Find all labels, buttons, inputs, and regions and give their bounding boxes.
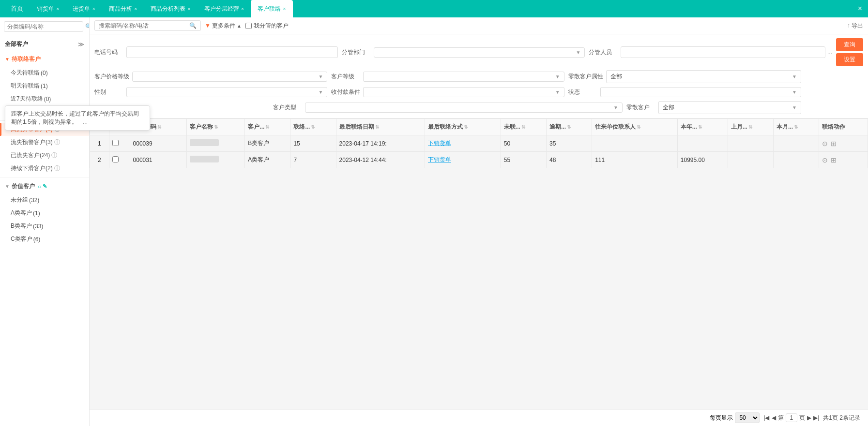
row-2-action-qr-icon[interactable]: ⊞ xyxy=(831,156,837,164)
nav-item-purchase[interactable]: 进货单 × xyxy=(66,0,102,17)
customer-level-label: 客户等级 xyxy=(331,73,360,81)
settings-button[interactable]: 设置 xyxy=(836,53,863,66)
nav-close-analysis[interactable]: × xyxy=(134,6,137,12)
sidebar-item-a-class[interactable]: A类客户 (1) xyxy=(0,206,89,220)
th-overdue[interactable]: 逾期... ⇅ xyxy=(547,119,592,135)
branch-person-input[interactable] xyxy=(621,46,825,58)
search-input[interactable] xyxy=(99,22,189,29)
nav-item-home[interactable]: 首页 xyxy=(4,0,30,17)
row-2-action-link-icon[interactable]: ⊙ xyxy=(822,156,828,164)
next-page-button[interactable]: ▶ xyxy=(807,414,811,421)
customer-level-select[interactable]: ▼ xyxy=(363,72,564,82)
close-all-button[interactable]: × xyxy=(858,4,862,13)
nav-close-customer-tier[interactable]: × xyxy=(241,6,244,12)
sidebar-item-lost-preview[interactable]: 流失预警客户(3) ⓘ xyxy=(0,136,89,149)
value-customer-header[interactable]: ▼ 价值客户 ○ ✎ xyxy=(0,179,89,193)
price-level-select[interactable]: ▼ xyxy=(132,72,327,82)
branch-person-dots[interactable]: ... xyxy=(827,49,832,56)
last-page-button[interactable]: ▶| xyxy=(813,414,819,421)
th-last-month[interactable]: 上月... ⇅ xyxy=(728,119,773,135)
phone-input[interactable] xyxy=(126,46,338,58)
row-2-last-method[interactable]: 下销货单 xyxy=(425,152,501,168)
first-page-button[interactable]: |◀ xyxy=(763,414,769,421)
sidebar-search-input[interactable] xyxy=(4,21,83,32)
lost-label: 已流失客户(24) xyxy=(11,151,50,160)
continuous-down-label: 持续下滑客户(2) xyxy=(11,164,53,173)
sidebar-item-7days[interactable]: 近7天待联络 (0) xyxy=(0,92,89,105)
sidebar-item-lost[interactable]: 已流失客户(24) ⓘ xyxy=(0,149,89,162)
prev-page-button[interactable]: ◀ xyxy=(772,414,776,421)
row-2-name[interactable] xyxy=(186,152,245,168)
th-name[interactable]: 客户名称 ⇅ xyxy=(186,119,245,135)
nav-item-customer-tier[interactable]: 客户分层经营 × xyxy=(198,0,251,17)
value-settings-icon[interactable]: ✎ xyxy=(43,183,47,190)
tomorrow-badge: (1) xyxy=(41,83,48,89)
nav-item-analysis[interactable]: 商品分析 × xyxy=(102,0,144,17)
th-contact-count-label: 联络... xyxy=(293,123,310,131)
nav-item-sales[interactable]: 销货单 × xyxy=(30,0,66,17)
row-2-method-link[interactable]: 下销货单 xyxy=(428,156,451,163)
th-contact-count[interactable]: 联络... ⇅ xyxy=(290,119,336,135)
th-this-year[interactable]: 本年... ⇅ xyxy=(677,119,728,135)
row-1-select[interactable] xyxy=(112,140,119,146)
sidebar-item-unclassified[interactable]: 未分组 (32) xyxy=(0,193,89,206)
th-type[interactable]: 客户... ⇅ xyxy=(245,119,290,135)
nav-item-analysis-list[interactable]: 商品分析列表 × xyxy=(144,0,197,17)
nav-close-customer-contact[interactable]: × xyxy=(283,6,286,12)
payment-select[interactable]: ▼ xyxy=(363,87,564,97)
export-button[interactable]: ↑ 导出 xyxy=(847,22,863,30)
row-1-method-link[interactable]: 下销货单 xyxy=(428,140,451,147)
th-last-date-sort-icon: ⇅ xyxy=(375,124,379,130)
sidebar-item-tomorrow[interactable]: 明天待联络 (1) xyxy=(0,79,89,92)
more-conditions-button[interactable]: ▼ 更多条件 ▲ xyxy=(205,22,242,30)
th-overdue-label: 逾期... xyxy=(549,123,566,131)
filter-row-1: 电话号码 分管部门 ▼ 分管人员 ... xyxy=(94,38,863,66)
filter-row-2: 客户价格等级 ▼ 客户等级 ▼ 零散客户属性 xyxy=(94,70,863,83)
th-last-date[interactable]: 最后联络日期 ⇅ xyxy=(336,119,425,135)
per-page-label: 每页显示 xyxy=(710,414,733,422)
search-icon[interactable]: 🔍 xyxy=(189,22,197,29)
th-uncontacted[interactable]: 未联... ⇅ xyxy=(501,119,546,135)
sidebar-collapse-icon[interactable]: ≫ xyxy=(78,41,84,48)
nav-item-sales-label: 销货单 xyxy=(37,5,54,13)
th-contact-count-sort-icon: ⇅ xyxy=(311,124,315,130)
status-select[interactable]: ▼ xyxy=(600,87,801,97)
th-this-month-label: 本月... xyxy=(777,123,793,131)
row-2-select[interactable] xyxy=(112,156,119,162)
th-last-method[interactable]: 最后联络方式 ⇅ xyxy=(425,119,501,135)
sidebar-item-continuous-down[interactable]: 持续下滑客户(2) ⓘ xyxy=(0,162,89,175)
query-button[interactable]: 查询 xyxy=(836,38,863,51)
row-1-action-qr-icon[interactable]: ⊞ xyxy=(831,140,837,147)
value-arrow-icon: ▼ xyxy=(5,184,10,189)
customer-type-select[interactable]: ▼ xyxy=(305,103,623,113)
th-unit-contact[interactable]: 往来单位联系人 ⇅ xyxy=(592,119,678,135)
nav-close-analysis-list[interactable]: × xyxy=(187,6,190,12)
th-uncontacted-sort-icon: ⇅ xyxy=(521,124,525,130)
sidebar-all-customers-header[interactable]: 全部客户 ≫ xyxy=(0,36,89,52)
row-1-last-method[interactable]: 下销货单 xyxy=(425,135,501,152)
nav-item-customer-contact[interactable]: 客户联络 × xyxy=(251,0,292,17)
retail-attr-select[interactable]: 全部 ▼ xyxy=(606,70,801,83)
customer-type-chevron: ▼ xyxy=(613,105,618,110)
gender-label: 性别 xyxy=(94,88,123,96)
per-page-select[interactable]: 50 100 200 xyxy=(735,412,760,423)
retail-select[interactable]: 全部 ▼ xyxy=(658,101,801,114)
gender-select[interactable]: ▼ xyxy=(126,87,327,97)
tooltip-dots[interactable]: ... xyxy=(83,118,88,125)
th-this-month[interactable]: 本月... ⇅ xyxy=(774,119,819,135)
th-this-year-label: 本年... xyxy=(681,123,697,131)
pending-section-title[interactable]: ▼ 待联络客户 xyxy=(0,52,89,66)
sidebar-search-icon[interactable]: 🔍 xyxy=(85,23,90,30)
sidebar-item-today[interactable]: 今天待联络 (0) xyxy=(0,66,89,79)
row-1-action-link-icon[interactable]: ⊙ xyxy=(822,140,828,147)
sidebar-item-c-class[interactable]: C类客户 (6) xyxy=(0,233,89,246)
sidebar-item-b-class[interactable]: B类客户 (33) xyxy=(0,220,89,233)
nav-close-sales[interactable]: × xyxy=(56,6,59,12)
nav-item-customer-contact-label: 客户联络 xyxy=(258,5,281,13)
value-edit-icon[interactable]: ○ xyxy=(38,183,41,190)
my-customers-checkbox[interactable] xyxy=(245,23,252,29)
current-page-input[interactable]: 1 xyxy=(786,413,798,422)
branch-dept-select[interactable]: ▼ xyxy=(374,47,585,58)
row-1-name[interactable] xyxy=(186,135,245,152)
nav-close-purchase[interactable]: × xyxy=(92,6,95,12)
